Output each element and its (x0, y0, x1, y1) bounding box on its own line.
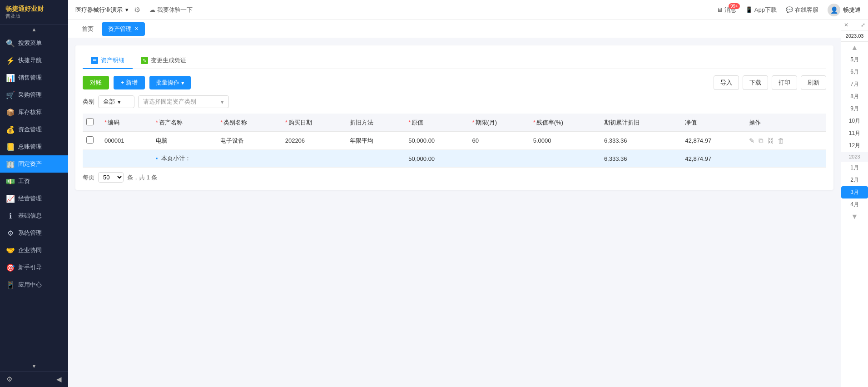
row-actions: ✎ ⧉ ⛓ 🗑 (749, 137, 823, 145)
edit-icon[interactable]: ✎ (749, 137, 755, 145)
sidebar-item-enterprise[interactable]: 🤝 企业协同 (0, 242, 68, 259)
sidebar-item-fixed-assets[interactable]: 🏢 固定资产 (0, 155, 68, 173)
experience-button[interactable]: ☁ 我要体验一下 (149, 6, 193, 14)
sidebar-item-quick-nav-label: 快捷导航 (18, 56, 42, 64)
sub-tab-change-voucher[interactable]: ✎ 变更生成凭证 (133, 53, 194, 69)
sidebar-item-fixed-assets-label: 固定资产 (18, 160, 42, 168)
tab-asset-management[interactable]: 资产管理 ✕ (102, 22, 145, 36)
row-category: 电子设备 (217, 132, 281, 150)
sidebar-bottom: ⚙ ◀ (0, 371, 68, 387)
cloud-icon: ☁ (149, 6, 155, 13)
category-value-select[interactable]: 请选择固定资产类别 ▾ (138, 95, 229, 108)
batch-button[interactable]: 批量操作 ▾ (149, 76, 191, 89)
cal-month-7[interactable]: 7月 (841, 78, 868, 90)
reconcile-button[interactable]: 对账 (83, 76, 109, 89)
inventory-icon: 📦 (6, 108, 15, 116)
sidebar-item-purchase[interactable]: 🛒 采购管理 (0, 86, 68, 104)
company-selector[interactable]: 医疗器械行业演示 ▾ (75, 6, 129, 14)
collapse-icon[interactable]: ◀ (56, 375, 62, 383)
sidebar-item-payroll[interactable]: 💵 工资 (0, 173, 68, 190)
subtotal-residual (530, 150, 600, 168)
cal-month-4[interactable]: 4月 (841, 198, 868, 211)
message-action[interactable]: 🖥 消息 99+ (717, 6, 736, 14)
download-button[interactable]: 下载 (743, 75, 768, 90)
copy-icon[interactable]: ⧉ (759, 137, 764, 145)
refresh-button[interactable]: 刷新 (801, 75, 826, 90)
sub-tab-asset-detail-label: 资产明细 (101, 56, 124, 64)
cal-month-10[interactable]: 10月 (841, 115, 868, 127)
sub-tab-asset-detail[interactable]: ☰ 资产明细 (83, 53, 133, 69)
sidebar-item-sales[interactable]: 📊 销售管理 (0, 69, 68, 86)
cal-month-12[interactable]: 12月 (841, 139, 868, 152)
batch-chevron-icon: ▾ (181, 79, 184, 86)
sidebar-item-ledger-label: 总账管理 (18, 143, 42, 151)
th-initial-accumulated: 期初累计折旧 (600, 114, 681, 132)
cal-month-6[interactable]: 6月 (841, 66, 868, 78)
cal-month-11[interactable]: 11月 (841, 127, 868, 139)
sidebar-scroll-down[interactable]: ▼ (0, 361, 68, 371)
user-menu[interactable]: 👤 畅捷通 (828, 4, 861, 16)
settings-icon[interactable]: ⚙ (6, 375, 12, 383)
tab-home-label: 首页 (82, 25, 94, 33)
sidebar-item-guide[interactable]: 🎯 新手引导 (0, 259, 68, 276)
calendar-close-btn[interactable]: ✕ (844, 22, 848, 28)
th-purchase-date: *购买日期 (282, 114, 346, 132)
enterprise-icon: 🤝 (6, 246, 15, 254)
sidebar-item-search[interactable]: 🔍 搜索菜单 (0, 35, 68, 52)
subtotal-original-value: 50,000.00 (405, 150, 468, 168)
topbar-settings-icon[interactable]: ⚙ (134, 5, 140, 14)
print-button[interactable]: 打印 (772, 75, 797, 90)
per-page-select[interactable]: 50 10 20 100 (98, 172, 124, 183)
cal-month-8[interactable]: 8月 (841, 90, 868, 103)
sidebar-item-quick-nav[interactable]: ⚡ 快捷导航 (0, 52, 68, 69)
user-name: 畅捷通 (843, 6, 861, 14)
calendar-up-btn[interactable]: ▲ (841, 42, 868, 54)
cal-month-5[interactable]: 5月 (841, 54, 868, 66)
tab-home[interactable]: 首页 (75, 22, 100, 36)
tab-close-icon[interactable]: ✕ (134, 26, 139, 32)
subtotal-actions (745, 150, 827, 168)
row-purchase-date: 202206 (282, 132, 346, 150)
page-tabs: 首页 资产管理 ✕ (68, 20, 841, 38)
link-icon[interactable]: ⛓ (767, 137, 774, 144)
batch-label: 批量操作 (156, 79, 179, 87)
category-type-select[interactable]: 全部 ▾ (98, 95, 134, 108)
subtotal-label: ▪ 本页小计： (152, 150, 346, 168)
app-download-label: App下载 (754, 6, 777, 14)
sidebar-item-ledger[interactable]: 📒 总账管理 (0, 138, 68, 155)
pagination: 每页 50 10 20 100 条，共 1 条 (83, 168, 826, 183)
sidebar-scroll-up[interactable]: ▲ (0, 25, 68, 35)
search-icon: 🔍 (6, 39, 15, 47)
delete-icon[interactable]: 🗑 (778, 137, 784, 144)
asset-detail-icon: ☰ (91, 57, 98, 64)
subtotal-initial-accumulated: 6,333.36 (600, 150, 681, 168)
new-button[interactable]: + 新增 (114, 76, 145, 89)
sidebar-item-basic-info[interactable]: ℹ 基础信息 (0, 207, 68, 224)
online-service-icon: 💬 (786, 6, 793, 13)
user-avatar: 👤 (828, 4, 840, 16)
calendar-down-btn[interactable]: ▼ (841, 211, 868, 223)
select-all-checkbox[interactable] (86, 118, 94, 125)
sidebar-item-system-mgmt[interactable]: ⚙ 系统管理 (0, 224, 68, 242)
company-dropdown-icon: ▾ (125, 6, 129, 13)
sidebar-item-business-mgmt[interactable]: 📈 经营管理 (0, 190, 68, 207)
cal-month-1[interactable]: 1月 (841, 162, 868, 174)
toolbar-right: 导入 下载 打印 刷新 (714, 75, 826, 90)
row-initial-accumulated: 6,333.36 (600, 132, 681, 150)
online-service-action[interactable]: 💬 在线客服 (786, 6, 818, 14)
company-name: 医疗器械行业演示 (75, 6, 123, 14)
total-label: 条，共 1 条 (127, 174, 157, 182)
calendar-expand-btn[interactable]: ⤢ (861, 22, 865, 28)
cal-month-3[interactable]: 3月 (841, 186, 868, 198)
cal-month-2[interactable]: 2月 (841, 174, 868, 186)
sidebar-item-fund[interactable]: 💰 资金管理 (0, 121, 68, 138)
row-period: 60 (468, 132, 529, 150)
sidebar-item-app-center[interactable]: 📱 应用中心 (0, 276, 68, 293)
asset-table: *编码 *资产名称 *类别名称 *购买日期 折旧方法 *原值 *期限(月) *残… (83, 114, 826, 168)
row-checkbox[interactable] (86, 136, 94, 144)
sidebar-item-inventory[interactable]: 📦 库存核算 (0, 104, 68, 121)
message-badge: 99+ (729, 3, 740, 9)
cal-month-9[interactable]: 9月 (841, 103, 868, 115)
export-button[interactable]: 导入 (714, 75, 739, 90)
app-download-action[interactable]: 📱 App下载 (745, 6, 777, 14)
